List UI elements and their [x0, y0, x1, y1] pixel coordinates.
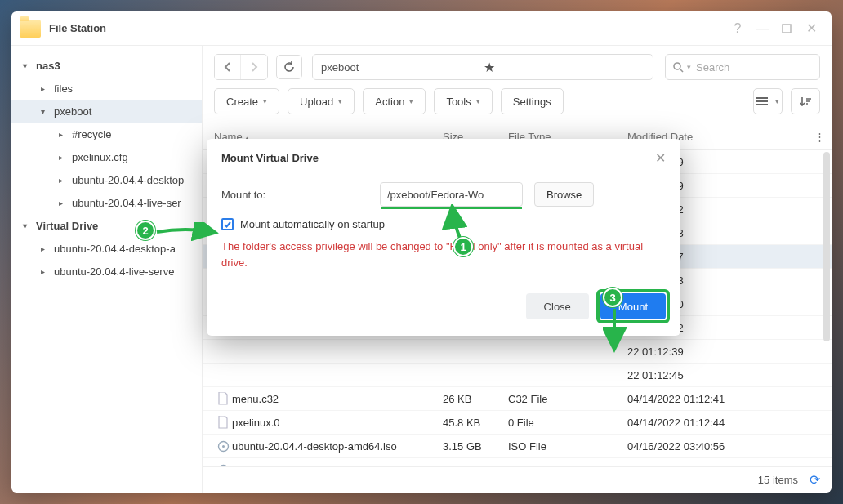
file-type: ISO File	[508, 440, 627, 453]
svg-rect-0	[783, 25, 791, 33]
disc-icon	[214, 464, 232, 467]
file-date: 04/16/2022 03:16:38	[627, 464, 832, 467]
minimize-button[interactable]: —	[750, 16, 774, 41]
create-button[interactable]: Create▾	[214, 88, 279, 114]
svg-point-11	[218, 465, 228, 466]
mount-to-input[interactable]: /pxeboot/Fedora-Wo	[380, 182, 523, 207]
tree-label: pxelinux.cfg	[72, 151, 128, 163]
mount-to-label: Mount to:	[221, 189, 368, 201]
help-button[interactable]: ?	[725, 16, 750, 41]
file-name: menu.c32	[232, 393, 443, 405]
table-row[interactable]: 22 01:12:39	[203, 340, 832, 364]
tools-button[interactable]: Tools▾	[434, 88, 492, 114]
file-size: 3.15 GB	[443, 440, 508, 453]
app-folder-icon	[20, 20, 41, 38]
file-icon	[214, 416, 232, 429]
close-button[interactable]: Close	[526, 293, 589, 319]
chevron-right-icon: ▸	[41, 267, 51, 276]
back-button[interactable]	[215, 55, 241, 79]
search-placeholder: Search	[696, 61, 729, 74]
warning-text: The folder's access privilege will be ch…	[221, 239, 666, 270]
chevron-right-icon: ▸	[59, 130, 69, 139]
file-date: 22 01:12:39	[627, 346, 832, 358]
chevron-right-icon: ▸	[59, 198, 69, 207]
tree-item-ubuntu-desktop[interactable]: ▸ ubuntu-20.04.4-desktop	[11, 168, 202, 191]
dialog-close-x[interactable]: ✕	[655, 150, 666, 166]
file-type: ISO File	[508, 464, 627, 467]
maximize-button[interactable]	[774, 16, 799, 41]
tree-label: ubuntu-20.04.4-desktop	[72, 174, 184, 186]
svg-point-10	[222, 445, 225, 448]
refresh-button[interactable]	[276, 55, 302, 79]
tree-label: #recycle	[72, 128, 111, 140]
file-icon	[214, 392, 232, 405]
tree-item-vd-live[interactable]: ▸ ubuntu-20.04.4-live-serve	[11, 260, 202, 283]
chevron-down-icon: ▾	[23, 221, 33, 230]
table-row[interactable]: ubuntu-20.04.4-desktop-amd64.iso3.15 GBI…	[203, 435, 832, 458]
settings-button[interactable]: Settings	[501, 88, 564, 114]
tree-label: nas3	[36, 60, 60, 72]
scrollbar[interactable]	[823, 152, 830, 341]
file-date: 04/14/2022 01:12:41	[627, 393, 832, 405]
tree-item-pxelinuxcfg[interactable]: ▸ pxelinux.cfg	[11, 145, 202, 168]
table-row[interactable]: ubuntu-20.04.4-live-server-amd64.i1.24 G…	[203, 458, 832, 466]
svg-line-2	[680, 69, 683, 72]
annotation-underline	[381, 207, 522, 209]
chevron-down-icon: ▾	[41, 107, 51, 116]
tree-item-recycle[interactable]: ▸ #recycle	[11, 123, 202, 145]
nav-toolbar: pxeboot ★ ▾ Search	[203, 46, 832, 85]
chevron-right-icon: ▸	[59, 176, 69, 185]
chevron-down-icon: ▾	[23, 61, 33, 70]
action-toolbar: Create▾ Upload▾ Action▾ Tools▾ Settings …	[203, 85, 832, 123]
auto-mount-checkbox[interactable]	[221, 218, 234, 230]
tree-label: ubuntu-20.04.4-live-ser	[72, 197, 181, 209]
nav-back-forward	[214, 54, 268, 80]
path-input[interactable]: pxeboot ★	[312, 54, 653, 80]
tree-item-vd-desktop[interactable]: ▸ ubuntu-20.04.4-desktop-a	[11, 237, 202, 260]
file-name: pxelinux.0	[232, 417, 443, 429]
search-input[interactable]: ▾ Search	[665, 54, 820, 80]
file-date: 04/16/2022 03:40:56	[627, 440, 832, 453]
titlebar: File Station ? — ✕	[11, 11, 832, 46]
file-size: 26 KB	[443, 393, 508, 405]
chevron-right-icon: ▸	[41, 244, 51, 253]
statusbar: 15 items ⟳	[203, 466, 832, 493]
file-name: ubuntu-20.04.4-live-server-amd64.i	[232, 464, 443, 467]
tree-root-virtual-drive[interactable]: ▾ Virtual Drive	[11, 214, 202, 237]
tree-label: pxeboot	[54, 105, 91, 118]
view-list-button[interactable]: ▾	[753, 88, 783, 114]
tree-label: ubuntu-20.04.4-desktop-a	[54, 243, 176, 255]
tree-item-ubuntu-live[interactable]: ▸ ubuntu-20.04.4-live-ser	[11, 191, 202, 214]
tree-label: Virtual Drive	[36, 220, 98, 232]
reload-button[interactable]: ⟳	[810, 472, 820, 488]
col-menu-button[interactable]: ⋮	[807, 131, 832, 143]
file-type: C32 File	[508, 393, 627, 405]
annotation-badge-3: 3	[603, 288, 622, 307]
chevron-right-icon: ▸	[41, 84, 51, 93]
tree-item-pxeboot[interactable]: ▾ pxeboot	[11, 100, 202, 123]
tree-label: ubuntu-20.04.4-live-serve	[54, 265, 174, 278]
action-button[interactable]: Action▾	[363, 88, 426, 114]
forward-button[interactable]	[241, 55, 267, 79]
favorite-icon[interactable]: ★	[484, 60, 646, 75]
chevron-right-icon: ▸	[59, 153, 69, 162]
browse-button[interactable]: Browse	[534, 182, 594, 207]
app-title: File Station	[49, 22, 106, 34]
annotation-badge-1: 1	[453, 237, 473, 256]
item-count: 15 items	[758, 474, 798, 486]
upload-button[interactable]: Upload▾	[288, 88, 355, 114]
table-row[interactable]: pxelinux.045.8 KB0 File04/14/2022 01:12:…	[203, 411, 832, 435]
sort-button[interactable]	[791, 88, 820, 114]
tree-root-nas3[interactable]: ▾ nas3	[11, 54, 202, 77]
file-size: 45.8 KB	[443, 417, 508, 429]
tree-item-files[interactable]: ▸ files	[11, 77, 202, 100]
table-row[interactable]: 22 01:12:45	[203, 364, 832, 387]
disc-icon	[214, 440, 232, 453]
dialog-title: Mount Virtual Drive	[221, 152, 655, 164]
table-row[interactable]: menu.c3226 KBC32 File04/14/2022 01:12:41	[203, 387, 832, 411]
close-window-button[interactable]: ✕	[799, 16, 823, 41]
auto-mount-label: Mount automatically on startup	[240, 218, 385, 230]
file-date: 04/14/2022 01:12:44	[627, 417, 832, 429]
file-date: 22 01:12:45	[627, 369, 832, 381]
tree-label: files	[54, 83, 73, 95]
